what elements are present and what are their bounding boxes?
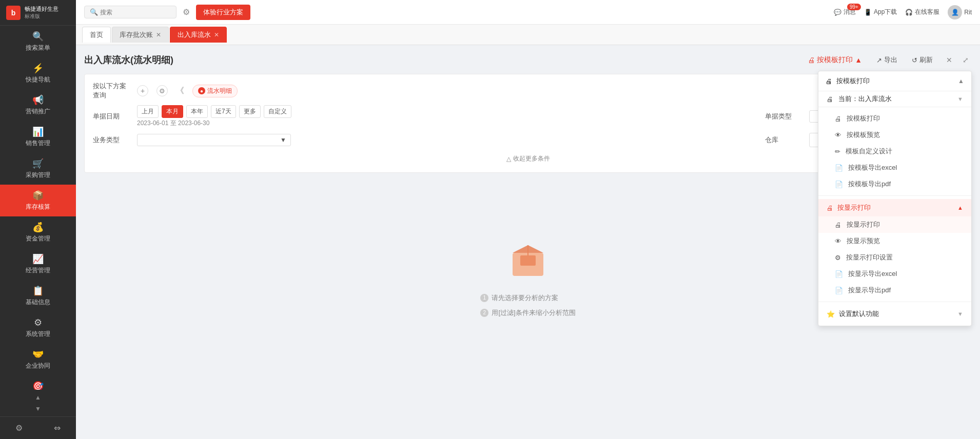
tab-home[interactable]: 首页: [82, 27, 111, 43]
page-content: 出入库流水(流水明细) 🖨 按模板打印 ▲ ↗ 导出 ↺ 刷新: [76, 45, 980, 439]
set-default-icon: ⭐: [827, 310, 835, 318]
step-1-num: 1: [480, 294, 488, 302]
svg-rect-2: [520, 255, 536, 266]
template-excel-icon: 📄: [835, 164, 843, 172]
topbar-settings-icon[interactable]: ⚙: [183, 7, 190, 17]
sidebar-label-inventory: 库存核算: [26, 203, 50, 211]
display-print-header-icon: 🖨: [827, 204, 833, 212]
scroll-up-arrow[interactable]: ▲: [33, 392, 43, 403]
settings-icon[interactable]: ⚙: [15, 423, 23, 433]
app-download-icon: 📱: [864, 9, 872, 16]
tab-inout-flow[interactable]: 出入库流水✕: [170, 27, 227, 43]
message-button[interactable]: 💬 消息 99+: [834, 8, 856, 16]
dropdown-item-template-excel[interactable]: 📄 按模板导出excel: [818, 159, 971, 176]
industry-solution-button[interactable]: 体验行业方案: [196, 5, 250, 20]
dropdown-close-arrow[interactable]: ▲: [958, 77, 964, 85]
display-print-label: 按显示打印: [847, 220, 880, 229]
sidebar-item-inventory[interactable]: 📦 库存核算: [0, 185, 76, 216]
display-pdf-label: 按显示导出pdf: [848, 286, 891, 295]
sidebar-item-operation[interactable]: 📈 经营管理: [0, 248, 76, 280]
sidebar-label-marketing: 营销推广: [26, 107, 50, 116]
close-window-button[interactable]: ✕: [943, 55, 955, 65]
online-service-button[interactable]: 🎧 在线客服: [905, 8, 939, 16]
dropdown-item-set-default[interactable]: ⭐ 设置默认功能 ▼: [818, 305, 971, 323]
dropdown-item-template-pdf[interactable]: 📄 按模板导出pdf: [818, 176, 971, 192]
page-title: 出入库流水(流水明细): [84, 54, 173, 66]
filter-add-button[interactable]: +: [137, 85, 148, 96]
tab-label-inout-flow: 出入库流水: [178, 30, 211, 39]
template-excel-label: 按模板导出excel: [848, 163, 897, 172]
dropdown-current-item[interactable]: 🖨 当前：出入库流水 ▼: [818, 91, 971, 107]
sidebar-label-quick-nav: 快捷导航: [26, 75, 50, 84]
sidebar-label-cooperation: 企业协同: [26, 362, 50, 370]
print-template-button[interactable]: 🖨 按模板打印 ▲: [803, 53, 866, 67]
current-template-arrow: ▼: [957, 96, 963, 102]
sidebar-item-quick-nav[interactable]: ⚡ 快捷导航: [0, 57, 76, 89]
export-button[interactable]: ↗ 导出: [872, 53, 901, 67]
empty-text: 1 请先选择要分析的方案 2 用[过滤]条件来缩小分析范围: [480, 292, 575, 319]
sidebar-item-system[interactable]: ⚙ 系统管理: [0, 312, 76, 344]
sidebar-label-basic: 基础信息: [26, 298, 50, 307]
sidebar-item-purchase[interactable]: 🛒 采购管理: [0, 153, 76, 185]
refresh-button[interactable]: ↺ 刷新: [908, 53, 937, 67]
sidebar-icon-system: ⚙: [34, 317, 42, 328]
sidebar-item-basic[interactable]: 📋 基础信息: [0, 280, 76, 312]
dropdown-item-template-custom[interactable]: ✏ 模板自定义设计: [818, 143, 971, 159]
sidebar-item-finance[interactable]: 💰 资金管理: [0, 216, 76, 248]
user-name: Rit: [964, 9, 972, 16]
app-download-button[interactable]: 📱 App下载: [864, 8, 897, 16]
dropdown-item-display-excel[interactable]: 📄 按显示导出excel: [818, 266, 971, 282]
app-download-label: App下载: [874, 8, 897, 16]
user-profile[interactable]: 👤 Rit: [948, 5, 972, 19]
sidebar-label-sales: 销售管理: [26, 139, 50, 148]
toggle-sidebar-icon[interactable]: ⇔: [54, 423, 61, 433]
dropdown-item-display-settings[interactable]: ⚙ 按显示打印设置: [818, 249, 971, 266]
date-btn-本月[interactable]: 本月: [162, 105, 183, 118]
dropdown-item-display-preview[interactable]: 👁 按显示预览: [818, 233, 971, 249]
filter-collapse-left-button[interactable]: 《: [176, 86, 184, 96]
sidebar-item-cooperation[interactable]: 🤝 企业协同: [0, 344, 76, 375]
collapse-label: 收起更多条件: [513, 154, 550, 163]
date-btn-近7天[interactable]: 近7天: [211, 105, 236, 118]
topbar-right: 💬 消息 99+ 📱 App下载 🎧 在线客服 👤 Rit: [834, 5, 972, 19]
tab-close-inout-flow[interactable]: ✕: [214, 32, 219, 38]
template-print-icon: 🖨: [835, 115, 841, 123]
sidebar-label-finance: 资金管理: [26, 234, 50, 243]
date-btn-自定义[interactable]: 自定义: [264, 105, 291, 118]
topbar: 🔍 ⚙ 体验行业方案 💬 消息 99+ 📱 App下载 🎧 在: [76, 0, 980, 25]
sidebar-icon-operation: 📈: [32, 253, 44, 265]
template-preview-icon: 👁: [835, 131, 841, 139]
sidebar-item-marketing[interactable]: 📢 营销推广: [0, 89, 76, 121]
sidebar-icon-finance: 💰: [32, 222, 44, 233]
sidebar-item-sales[interactable]: 📊 销售管理: [0, 121, 76, 153]
scroll-down-arrow[interactable]: ▼: [33, 403, 43, 414]
search-box[interactable]: 🔍: [84, 6, 177, 18]
filter-label: 按以下方案查询: [93, 82, 129, 100]
maximize-window-button[interactable]: ⤢: [959, 55, 972, 65]
sidebar-icon-guide: 🎯: [32, 381, 44, 390]
dropdown-item-display-print[interactable]: 🖨 按显示打印: [818, 216, 971, 233]
step-2-num: 2: [480, 309, 488, 317]
sidebar-item-search[interactable]: 🔍 搜索菜单: [0, 26, 76, 57]
filter-tag-flow[interactable]: ● 流水明细: [192, 85, 238, 97]
logo-icon: b: [6, 6, 21, 20]
filter-setting-button[interactable]: ⚙: [156, 85, 168, 96]
filter-tag-label: 流水明细: [207, 87, 232, 95]
dropdown-item-template-print[interactable]: 🖨 按模板打印: [818, 110, 971, 127]
dropdown-section-1: 🖨 按模板打印 👁 按模板预览 ✏ 模板自定义设计 📄 按模板导出excel: [818, 107, 971, 196]
date-btn-本年[interactable]: 本年: [186, 105, 208, 118]
tab-batch-account[interactable]: 库存批次账✕: [112, 27, 169, 43]
tab-close-batch-account[interactable]: ✕: [156, 32, 161, 38]
date-btn-更多[interactable]: 更多: [239, 105, 261, 118]
search-icon: 🔍: [90, 8, 98, 16]
search-input[interactable]: [100, 9, 167, 16]
template-custom-label: 模板自定义设计: [846, 147, 892, 156]
template-preview-label: 按模板预览: [847, 130, 880, 139]
biz-type-select[interactable]: ▼: [137, 134, 291, 146]
dropdown-item-template-preview[interactable]: 👁 按模板预览: [818, 127, 971, 143]
sidebar-item-guide[interactable]: 🎯 新手引导: [0, 375, 76, 390]
dropdown-item-display-print-header[interactable]: 🖨 按显示打印 ▲: [818, 199, 971, 216]
biz-type-label: 业务类型: [93, 135, 129, 145]
date-btn-上月[interactable]: 上月: [137, 105, 159, 118]
dropdown-item-display-pdf[interactable]: 📄 按显示导出pdf: [818, 282, 971, 298]
